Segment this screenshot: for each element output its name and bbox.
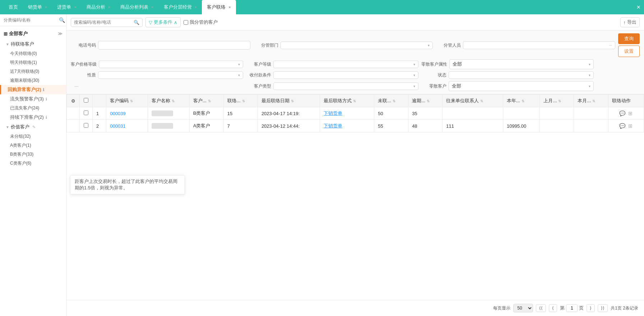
setting-button[interactable]: 设置 xyxy=(618,46,640,57)
col-code[interactable]: 客户编码 ⇅ xyxy=(106,95,148,107)
filter-price-level: 客户价格等级 ▾ xyxy=(71,61,243,68)
col-last-month[interactable]: 上月... ⇅ xyxy=(540,95,574,107)
filter-retail-customer-select[interactable]: 全部 ▾ xyxy=(449,81,594,91)
search-input[interactable] xyxy=(74,20,132,25)
nav-analysis-close[interactable]: × xyxy=(108,5,110,9)
group-pending-contact[interactable]: ▼ 待联络客户 xyxy=(0,39,66,49)
row2-unit-contact: 111 xyxy=(443,120,503,132)
window-close-icon[interactable]: × xyxy=(636,4,640,11)
col-not-contacted[interactable]: 未联... ⇅ xyxy=(374,95,408,107)
row2-last-method[interactable]: 下销货单 xyxy=(320,120,374,132)
search-icon[interactable]: 🔍 xyxy=(134,20,139,25)
select-all-checkbox[interactable] xyxy=(84,98,88,103)
filter-status-select[interactable]: ▾ xyxy=(449,71,594,79)
col-name[interactable]: 客户名称 ⇅ xyxy=(148,95,190,107)
row2-not-contacted: 55 xyxy=(374,120,408,132)
col-index xyxy=(93,95,106,107)
row1-contact: 15 xyxy=(223,107,258,120)
nav-customer-tier[interactable]: 客户分层经营 × xyxy=(159,0,202,14)
last-page-btn[interactable]: ⟩⟩ xyxy=(598,304,608,312)
row2-grid-icon[interactable]: ⊞ xyxy=(628,123,633,129)
row2-select[interactable] xyxy=(84,123,88,128)
nav-analysis-list-close[interactable]: × xyxy=(151,5,153,9)
tree-item-churned[interactable]: 已流失客户(24) xyxy=(0,104,66,113)
row1-chat-icon[interactable]: 💬 xyxy=(619,110,625,116)
row2-last-date: 2023-04-12 14:44: xyxy=(258,120,320,132)
tree-root-all-customers[interactable]: ⊞ 全部客户 ≫ xyxy=(0,28,66,39)
col-settings[interactable]: ⚙ xyxy=(67,95,80,107)
tree-item-7days[interactable]: 近7天待联络(0) xyxy=(0,67,66,76)
col-this-month[interactable]: 本月... ⇅ xyxy=(574,95,608,107)
edit-icon[interactable]: ✎ xyxy=(32,125,36,129)
nav-analysis-list[interactable]: 商品分析列表 × xyxy=(115,0,158,14)
tree-item-a-class[interactable]: A类客户(1) xyxy=(0,141,66,150)
prev-page-btn[interactable]: ⟨ xyxy=(549,304,557,312)
row1-select[interactable] xyxy=(84,110,88,115)
tree-item-churn-warning[interactable]: 流失预警客户(3) ℹ xyxy=(0,94,66,104)
filter-retail-attr-select[interactable]: 全部 ▾ xyxy=(449,59,594,69)
tree-item-declining[interactable]: 持续下滑客户(2) ℹ xyxy=(0,113,66,122)
next-page-btn[interactable]: ⟩ xyxy=(587,304,595,312)
nav-home[interactable]: 首页 xyxy=(4,0,23,14)
tree-item-ungroup[interactable]: 未分组(32) xyxy=(0,132,66,141)
row2-actions: 💬 ⊞ xyxy=(608,120,644,132)
filter-phone-input[interactable] xyxy=(98,41,250,49)
my-customer-checkbox[interactable] xyxy=(184,20,188,25)
tree-item-c-class[interactable]: C类客户(6) xyxy=(0,159,66,168)
filter-payment-select[interactable]: ▾ xyxy=(273,71,418,79)
tree-item-tomorrow[interactable]: 明天待联络(1) xyxy=(0,58,66,67)
sort-icon-name: ⇅ xyxy=(172,99,175,103)
row1-last-method[interactable]: 下销货单 xyxy=(320,107,374,120)
filter-nature-select[interactable]: ▾ xyxy=(98,71,243,79)
row1-code[interactable]: 000039 xyxy=(106,107,148,120)
sidebar-search-icon[interactable]: 🔍 xyxy=(59,17,65,23)
col-type[interactable]: 客户... ⇅ xyxy=(189,95,223,107)
more-filter-button[interactable]: ▽ 更多条件 ∧ xyxy=(145,17,181,27)
nav-customer-tier-close[interactable]: × xyxy=(195,5,197,9)
col-overdue[interactable]: 逾期... ⇅ xyxy=(408,95,443,107)
row1-grid-icon[interactable]: ⊞ xyxy=(628,110,633,116)
col-this-year[interactable]: 本年... ⇅ xyxy=(503,95,540,107)
nav-sales-close[interactable]: × xyxy=(45,5,47,9)
row1-checkbox[interactable] xyxy=(80,107,93,120)
row2-code[interactable]: 000031 xyxy=(106,120,148,132)
grid-icon: ⊞ xyxy=(4,31,8,37)
col-checkbox[interactable] xyxy=(80,95,93,107)
tree-item-today[interactable]: 今天待联络(0) xyxy=(0,49,66,58)
page-input[interactable] xyxy=(566,304,578,312)
nav-purchase-close[interactable]: × xyxy=(74,5,76,9)
filter-price-level-select[interactable]: ▾ xyxy=(99,61,243,68)
filter-person-label: 分管人员 xyxy=(436,42,461,48)
query-button[interactable]: 查询 xyxy=(618,33,640,44)
collapse-icon[interactable]: ≫ xyxy=(58,31,62,36)
group-value-customers[interactable]: ▼ 价值客户 ✎ xyxy=(0,122,66,132)
col-last-method[interactable]: 最后联络方式 ⇅ xyxy=(320,95,374,107)
nav-customer-contact-close[interactable]: × xyxy=(228,5,231,9)
more-dots-icon[interactable]: ··· xyxy=(71,83,82,89)
row2-chat-icon[interactable]: 💬 xyxy=(619,123,625,129)
row2-checkbox[interactable] xyxy=(80,120,93,132)
nav-purchase[interactable]: 进货单 × xyxy=(52,0,81,14)
nav-analysis[interactable]: 商品分析 × xyxy=(82,0,115,14)
tree-item-repurchase-abnormal[interactable]: 回购异常客户(2) ℹ xyxy=(0,85,66,94)
col-last-date[interactable]: 最后联络日期 ⇅ xyxy=(258,95,320,107)
col-unit-contact[interactable]: 往来单位联系人 ⇅ xyxy=(443,95,503,107)
nav-customer-contact[interactable]: 客户联络 × xyxy=(202,0,236,14)
row2-this-year: 10995.00 xyxy=(503,120,540,132)
sidebar-search-input[interactable] xyxy=(4,18,57,23)
repurchase-label: 回购异常客户(2) xyxy=(8,86,41,93)
tree-item-b-class[interactable]: B类客户(33) xyxy=(0,150,66,159)
page-size-select[interactable]: 50 20 100 xyxy=(513,304,533,312)
tree-item-overdue[interactable]: 逾期未联络(30) xyxy=(0,76,66,85)
export-button[interactable]: ↑ 导出 xyxy=(620,17,640,27)
filter-customer-type-select[interactable]: ▾ xyxy=(273,82,418,90)
filter-person-select[interactable]: ··· xyxy=(463,41,615,49)
first-page-btn[interactable]: ⟨⟨ xyxy=(536,304,546,312)
filter-customer-level-select[interactable]: ▾ xyxy=(273,61,418,68)
filter-dept-select[interactable]: ▾ xyxy=(281,42,433,49)
nav-sales[interactable]: 销货单 × xyxy=(23,0,52,14)
row2-overdue: 48 xyxy=(408,120,443,132)
export-label: 导出 xyxy=(627,19,636,25)
col-contact[interactable]: 联络... ⇅ xyxy=(223,95,258,107)
sort-icon-overdue: ⇅ xyxy=(427,99,430,103)
